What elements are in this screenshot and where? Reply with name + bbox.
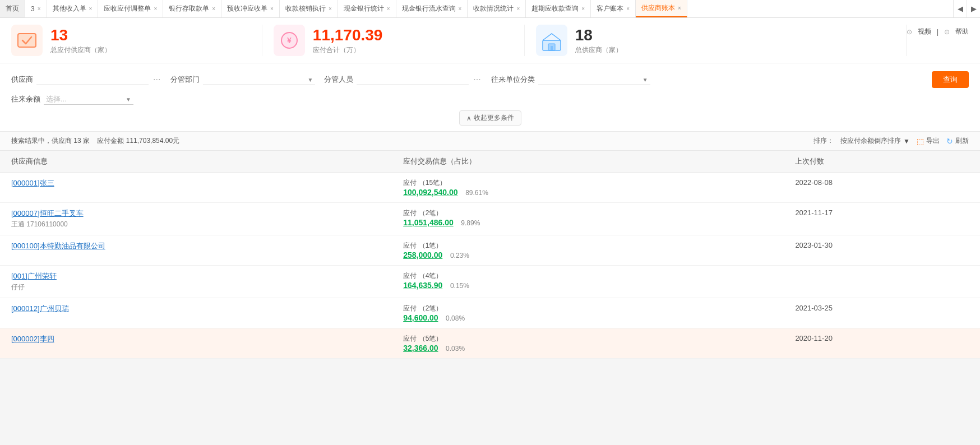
supplier-link[interactable]: [000100]本特勤油品有限公司 (11, 242, 105, 250)
nav-tab-3[interactable]: 3 × (25, 0, 47, 17)
nav-tab-cash-bank-stats[interactable]: 现金银行统计 × (338, 0, 396, 17)
unit-category-input[interactable] (538, 74, 650, 85)
balance-input[interactable] (44, 94, 133, 105)
payable-amount-row: 100,092,540.00 89.61% (403, 188, 773, 197)
supplier-info-cell: [000012]广州贝瑞 (0, 298, 392, 328)
chevron-down-icon4: ▼ (903, 137, 910, 145)
person-dots-button[interactable]: ··· (472, 75, 482, 85)
nav-tab-collection-stats[interactable]: 收款情况统计 × (468, 0, 526, 17)
payable-info-cell: 应付 （2笔） 94,600.00 0.08% (392, 298, 784, 328)
supplier-link[interactable]: [001]广州荣轩 (11, 272, 57, 280)
stat-icon-total-payable: ¥ (274, 25, 305, 56)
close-icon[interactable]: × (154, 6, 157, 12)
nav-tab-cash-bank-flow-label: 现金银行流水查询 (402, 4, 456, 13)
supplier-info-cell: [000007]恒旺二手叉车王通 17106110000 (0, 203, 392, 235)
amount-value: 111,703,854.00元 (126, 137, 179, 145)
export-button[interactable]: ⬚ 导出 (917, 136, 940, 146)
stat-content-total-suppliers: 18 总供应商（家） (575, 26, 895, 55)
nav-tab-prepay-label: 预收冲应收单 (227, 4, 267, 13)
stat-icon-total-suppliers (536, 25, 567, 56)
nav-next-arrow[interactable]: ▶ (967, 0, 980, 18)
payable-amount-link[interactable]: 100,092,540.00 (403, 188, 457, 197)
payable-label: 应付 (403, 179, 417, 187)
nav-tab-other-income[interactable]: 其他收入单 × (47, 0, 99, 17)
close-icon[interactable]: × (516, 6, 520, 12)
collapse-button[interactable]: ∧ 收起更多条件 (459, 110, 521, 126)
close-icon[interactable]: × (329, 6, 332, 12)
close-icon[interactable]: × (270, 6, 274, 12)
refresh-button[interactable]: ↻ 刷新 (946, 136, 969, 146)
payable-label: 应付 (403, 242, 417, 249)
balance-select-wrapper: ▼ (44, 94, 133, 105)
stat-content-payable: 13 总应付供应商（家） (50, 26, 251, 55)
last-payment-cell: 2021-11-17 (784, 203, 980, 235)
supplier-link[interactable]: [000007]恒旺二手叉车 (11, 209, 84, 217)
export-label: 导出 (926, 136, 940, 146)
filter-supplier: 供应商 ··· (11, 74, 161, 85)
person-input[interactable] (357, 74, 469, 85)
table-header-row: 供应商信息 应付交易信息（占比） 上次付数 (0, 151, 980, 173)
payable-row-label: 应付 （15笔） (403, 178, 773, 188)
nav-tab-prepay[interactable]: 预收冲应收单 × (221, 0, 280, 17)
payable-info-cell: 应付 （2笔） 11,051,486.00 9.89% (392, 203, 784, 235)
payable-count: （5笔） (419, 335, 443, 342)
close-icon[interactable]: × (581, 6, 585, 12)
nav-tab-ap-adjust[interactable]: 应收应付调整单 × (98, 0, 163, 17)
supplier-link[interactable]: [000012]广州贝瑞 (11, 304, 69, 313)
dept-input[interactable] (203, 74, 315, 85)
close-icon[interactable]: × (626, 6, 630, 12)
stat-icon-payable (11, 25, 43, 56)
payable-amount-link[interactable]: 11,051,486.00 (403, 218, 454, 227)
payable-count: （2笔） (419, 304, 443, 312)
collapse-label: 收起更多条件 (474, 113, 514, 123)
nav-prev-arrow[interactable]: ◀ (953, 0, 967, 18)
nav-tab-bank-deposit[interactable]: 银行存取款单 × (163, 0, 221, 17)
video-link[interactable]: 视频 (918, 27, 931, 36)
payable-info-cell: 应付 （1笔） 258,000.00 0.23% (392, 235, 784, 266)
supplier-label: 供应商 (11, 75, 33, 85)
nav-tab-cash-bank-flow[interactable]: 现金银行流水查询 × (396, 0, 468, 17)
payable-info-cell: 应付 （4笔） 164,635.90 0.15% (392, 266, 784, 298)
supplier-input[interactable] (36, 74, 149, 85)
close-icon[interactable]: × (459, 6, 462, 12)
payable-label: 应付 (403, 335, 417, 342)
svg-rect-0 (18, 34, 36, 47)
filter-area: 供应商 ··· 分管部门 ▼ 分管人员 ··· 往来单位分类 ▼ 查询 往来 (0, 63, 980, 132)
close-icon[interactable]: × (212, 6, 215, 12)
help-link[interactable]: 帮助 (955, 27, 969, 36)
nav-tab-home[interactable]: 首页 (0, 0, 25, 17)
sort-select[interactable]: 按应付余额倒序排序 ▼ (840, 136, 910, 146)
nav-tab-supplier-account[interactable]: 供应商账本 × (636, 0, 687, 17)
circle-icon2: ⊙ (944, 28, 950, 36)
table-row: [000007]恒旺二手叉车王通 17106110000 应付 （2笔） 11,… (0, 203, 980, 235)
results-bar: 搜索结果中，供应商 13 家 应付金额 111,703,854.00元 排序： … (0, 132, 980, 151)
payable-amount-link[interactable]: 94,600.00 (403, 313, 438, 322)
table-row: [000012]广州贝瑞 应付 （2笔） 94,600.00 0.08% 202… (0, 298, 980, 328)
payable-amount-link[interactable]: 164,635.90 (403, 281, 442, 290)
payable-amount-row: 164,635.90 0.15% (403, 281, 773, 290)
filter-dept: 分管部门 ▼ (170, 74, 315, 85)
th-last-payment: 上次付数 (784, 151, 980, 173)
last-payment-cell (784, 266, 980, 298)
nav-tab-customer-account[interactable]: 客户账本 × (591, 0, 636, 17)
supplier-info-cell: [000100]本特勤油品有限公司 (0, 235, 392, 266)
close-icon[interactable]: × (89, 6, 93, 12)
nav-tab-collection-exec-label: 收款核销执行 (285, 4, 326, 13)
supplier-dots-button[interactable]: ··· (152, 75, 161, 85)
close-icon[interactable]: × (387, 6, 390, 12)
payable-label: 应付 (403, 304, 417, 312)
nav-tab-overdue-query[interactable]: 超期应收款查询 × (526, 0, 591, 17)
payable-percent: 0.15% (450, 282, 469, 290)
dept-label: 分管部门 (170, 75, 200, 85)
payable-amount-link[interactable]: 32,366.00 (403, 344, 438, 353)
nav-tab-customer-account-label: 客户账本 (597, 4, 623, 13)
close-icon[interactable]: × (678, 5, 681, 11)
svg-text:¥: ¥ (287, 36, 292, 45)
nav-tab-collection-exec[interactable]: 收款核销执行 × (280, 0, 338, 17)
close-icon[interactable]: × (38, 6, 41, 12)
payable-percent: 0.08% (446, 314, 465, 322)
supplier-link[interactable]: [000002]李四 (11, 335, 54, 343)
payable-amount-link[interactable]: 258,000.00 (403, 251, 442, 259)
supplier-link[interactable]: [000001]张三 (11, 179, 54, 187)
query-button[interactable]: 查询 (932, 71, 969, 88)
